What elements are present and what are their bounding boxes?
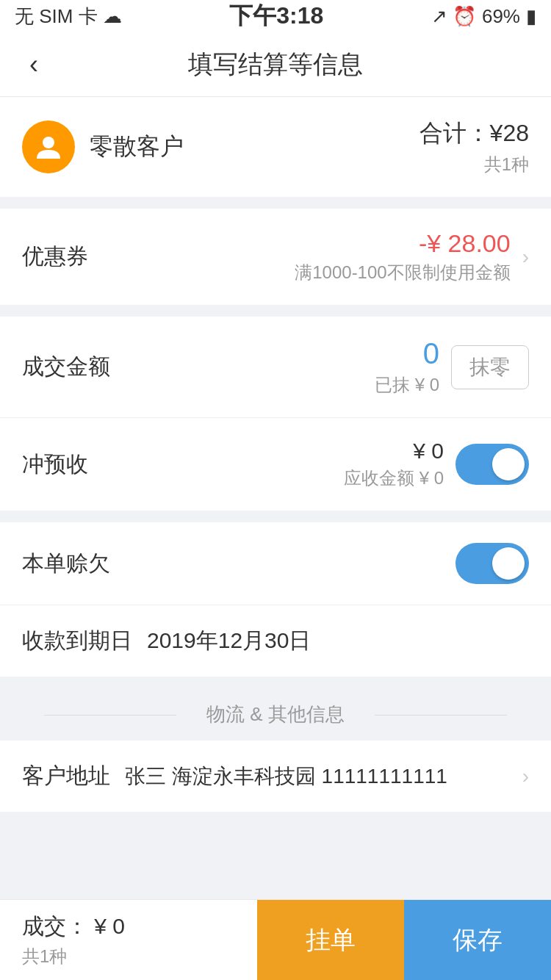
round-button[interactable]: 抹零 <box>451 345 529 389</box>
content-area: 零散客户 合计：¥28 共1种 优惠券 -¥ 28.00 满1000-100不限… <box>0 97 551 980</box>
customer-section: 零散客户 合计：¥28 共1种 <box>0 97 551 197</box>
amount-row: 成交金额 0 已抹 ¥ 0 抹零 <box>0 317 551 418</box>
credit-row: 本单赊欠 <box>0 522 551 605</box>
prepay-label: 冲预收 <box>22 450 88 480</box>
nav-bar: ‹ 填写结算等信息 <box>0 32 551 97</box>
address-chevron-icon: › <box>522 765 529 788</box>
bottom-amount: 成交： ¥ 0 <box>22 912 235 942</box>
avatar <box>22 120 75 173</box>
address-section[interactable]: 客户地址 张三 海淀永丰科技园 11111111111 › <box>0 741 551 812</box>
coupon-section: 优惠券 -¥ 28.00 满1000-100不限制使用金额 › <box>0 209 551 305</box>
credit-label: 本单赊欠 <box>22 549 110 579</box>
credit-section: 本单赊欠 收款到期日 2019年12月30日 <box>0 522 551 677</box>
bottom-bar: 成交： ¥ 0 共1种 挂单 保存 <box>0 899 551 980</box>
amount-label: 成交金额 <box>22 352 110 382</box>
prepay-value: ¥ 0 <box>344 439 444 464</box>
back-button[interactable]: ‹ <box>22 42 46 87</box>
transaction-section: 成交金额 0 已抹 ¥ 0 抹零 冲预收 ¥ 0 应收金额 ¥ 0 <box>0 317 551 511</box>
status-battery: ↗ ⏰ 69% ▮ <box>431 5 536 28</box>
prepay-row: 冲预收 ¥ 0 应收金额 ¥ 0 <box>0 418 551 511</box>
due-date-value: 2019年12月30日 <box>147 626 311 656</box>
status-signal: 无 SIM 卡 ☁ <box>15 4 122 29</box>
page-title: 填写结算等信息 <box>188 48 363 82</box>
amount-value: 0 <box>375 337 439 370</box>
already-round: 已抹 ¥ 0 <box>375 373 439 397</box>
bottom-count: 共1种 <box>22 945 235 968</box>
customer-count: 共1种 <box>419 153 529 176</box>
coupon-row[interactable]: 优惠券 -¥ 28.00 满1000-100不限制使用金额 › <box>0 209 551 305</box>
svg-point-0 <box>43 137 54 148</box>
receivable: 应收金额 ¥ 0 <box>344 466 444 490</box>
chevron-right-icon: › <box>522 245 529 269</box>
prepay-toggle[interactable] <box>455 444 529 485</box>
customer-total: 合计：¥28 <box>419 118 529 150</box>
status-time: 下午3:18 <box>229 0 323 32</box>
hold-button[interactable]: 挂单 <box>257 900 404 981</box>
status-bar: 无 SIM 卡 ☁ 下午3:18 ↗ ⏰ 69% ▮ <box>0 0 551 32</box>
coupon-note: 满1000-100不限制使用金额 <box>295 261 510 284</box>
address-row[interactable]: 客户地址 张三 海淀永丰科技园 11111111111 › <box>0 741 551 812</box>
coupon-label: 优惠券 <box>22 242 88 272</box>
address-value: 张三 海淀永丰科技园 11111111111 <box>125 763 522 790</box>
due-date-row: 收款到期日 2019年12月30日 <box>0 605 551 677</box>
save-button[interactable]: 保存 <box>404 900 551 981</box>
logistics-divider: 物流 & 其他信息 <box>0 688 551 741</box>
due-date-label: 收款到期日 <box>22 626 132 656</box>
customer-name: 零散客户 <box>90 131 184 163</box>
coupon-discount: -¥ 28.00 <box>295 229 510 258</box>
credit-toggle[interactable] <box>455 543 529 584</box>
address-label: 客户地址 <box>22 761 110 791</box>
